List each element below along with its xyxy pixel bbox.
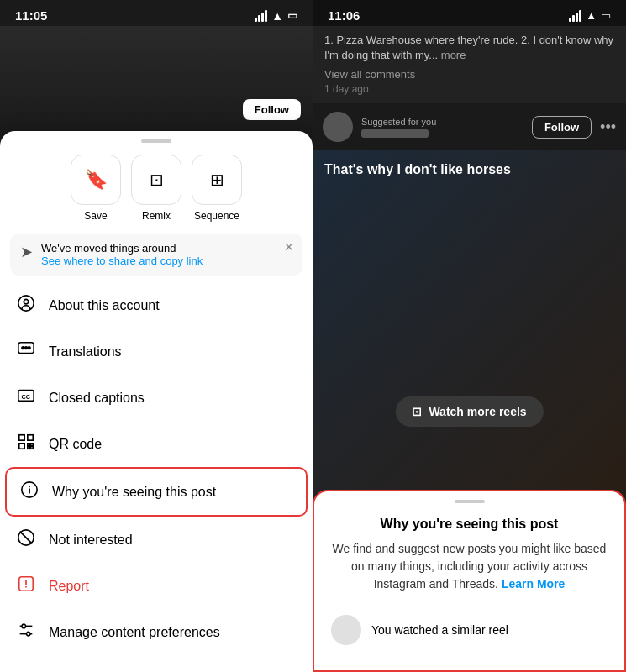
why-label: Why you're seeing this post [52, 485, 216, 500]
info-banner: ➤ We've moved things around See where to… [10, 234, 302, 276]
battery-icon: ▭ [287, 9, 297, 22]
avatar [323, 112, 353, 142]
status-icons-left: ▲ ▭ [255, 9, 297, 23]
time-right: 11:06 [328, 8, 360, 23]
learn-more-link[interactable]: Learn More [502, 577, 565, 591]
svg-rect-14 [31, 447, 34, 449]
remix-icon-box: ⊡ [131, 155, 181, 205]
svg-point-4 [25, 347, 28, 349]
background-image: Follow [0, 26, 313, 135]
captions-icon: CC [15, 386, 37, 409]
settings-icon [15, 621, 37, 643]
sheet-handle [141, 139, 171, 143]
banner-link[interactable]: See where to share and copy link [41, 255, 292, 267]
more-options-icon[interactable]: ••• [600, 118, 616, 136]
view-all-comments[interactable]: View all comments [324, 68, 614, 81]
remix-label: Remix [142, 210, 171, 222]
save-action[interactable]: 🔖 Save [71, 155, 121, 222]
svg-point-0 [18, 296, 34, 311]
remix-icon: ⊡ [150, 170, 164, 190]
not-interested-label: Not interested [49, 533, 133, 548]
svg-rect-9 [28, 435, 33, 440]
svg-point-22 [25, 586, 27, 588]
menu-item-captions[interactable]: CC Closed captions [3, 375, 309, 421]
watch-more-button[interactable]: ⊡ Watch more reels [395, 396, 543, 427]
svg-rect-10 [19, 444, 24, 449]
why-description: We find and suggest new posts you might … [331, 540, 608, 593]
menu-item-qr[interactable]: QR code [3, 421, 309, 467]
manage-label: Manage content preferences [49, 625, 220, 640]
captions-label: Closed captions [49, 391, 145, 406]
comment-text: 1. Pizza Warehouse where they're rude. 2… [324, 33, 614, 63]
save-icon-box: 🔖 [71, 155, 121, 205]
more-link[interactable]: more [441, 49, 466, 61]
report-icon [15, 575, 37, 597]
status-icons-right: ▲ ▭ [569, 9, 611, 22]
wifi-icon: ▲ [271, 9, 283, 23]
svg-line-19 [20, 532, 33, 544]
why-sheet-title: Why you're seeing this post [331, 517, 608, 532]
svg-rect-13 [28, 447, 30, 449]
info-icon [18, 480, 40, 503]
qr-icon [15, 433, 37, 455]
time-left: 11:05 [15, 8, 47, 23]
why-reason-item: You watched a similar reel [331, 606, 608, 654]
banner-title: We've moved things around [41, 242, 292, 255]
svg-rect-8 [19, 435, 24, 440]
suggested-bar: Suggested for you Follow ••• [313, 103, 626, 150]
status-bar-right: 11:06 ▲ ▭ [313, 0, 626, 26]
svg-point-1 [24, 299, 29, 304]
svg-point-26 [26, 632, 30, 636]
send-icon: ➤ [20, 243, 33, 261]
svg-point-3 [22, 347, 24, 349]
status-bar-left: 11:05 ▲ ▭ [0, 0, 313, 26]
suggested-label: Suggested for you [361, 117, 523, 127]
menu-item-report[interactable]: Report [3, 563, 309, 609]
account-name-placeholder [361, 129, 429, 138]
right-panel: 11:06 ▲ ▭ 1. Pizza Warehouse where they'… [313, 0, 626, 672]
svg-point-5 [28, 347, 30, 349]
battery-icon-right: ▭ [601, 9, 611, 22]
save-label: Save [84, 210, 107, 222]
menu-item-about[interactable]: About this account [3, 282, 309, 328]
svg-point-24 [22, 624, 26, 628]
follow-button[interactable]: Follow [532, 116, 592, 139]
why-reason-text: You watched a similar reel [371, 623, 508, 637]
about-label: About this account [49, 298, 160, 313]
svg-rect-12 [31, 444, 34, 446]
svg-text:CC: CC [22, 393, 31, 401]
qr-label: QR code [49, 437, 102, 452]
why-sheet-handle [455, 500, 485, 503]
comments-area: 1. Pizza Warehouse where they're rude. 2… [313, 26, 626, 103]
menu-item-translations[interactable]: Translations [3, 328, 309, 375]
menu-list: About this account Translations [0, 282, 313, 655]
menu-item-not-interested[interactable]: Not interested [3, 517, 309, 563]
bottom-sheet: 🔖 Save ⊡ Remix ⊞ Sequence ➤ We've move [0, 131, 313, 672]
follow-button-bg[interactable]: Follow [243, 99, 301, 120]
comment-time: 1 day ago [324, 83, 614, 95]
save-icon: 🔖 [85, 169, 108, 191]
svg-rect-11 [28, 444, 30, 446]
translations-icon [15, 340, 37, 363]
sequence-icon-box: ⊞ [192, 155, 242, 205]
video-title: That's why I don't like horses [324, 162, 511, 177]
watch-icon: ⊡ [412, 405, 422, 418]
report-label: Report [49, 579, 89, 594]
action-row: 🔖 Save ⊡ Remix ⊞ Sequence [0, 155, 313, 234]
close-icon[interactable]: ✕ [284, 240, 294, 254]
not-interested-icon [15, 528, 37, 551]
user-circle-icon [15, 294, 37, 317]
wifi-icon-right: ▲ [586, 9, 597, 22]
signal-icon [255, 10, 267, 22]
why-sheet: Why you're seeing this post We find and … [313, 490, 626, 672]
menu-item-manage[interactable]: Manage content preferences [3, 609, 309, 655]
signal-icon-right [569, 10, 581, 22]
left-panel: 11:05 ▲ ▭ Follow 🔖 Save [0, 0, 313, 672]
sequence-action[interactable]: ⊞ Sequence [192, 155, 242, 222]
sequence-icon: ⊞ [210, 170, 224, 190]
why-item-icon [331, 615, 361, 645]
remix-action[interactable]: ⊡ Remix [131, 155, 181, 222]
translations-label: Translations [49, 344, 122, 360]
sequence-label: Sequence [194, 210, 239, 222]
menu-item-why[interactable]: Why you're seeing this post [5, 467, 308, 517]
